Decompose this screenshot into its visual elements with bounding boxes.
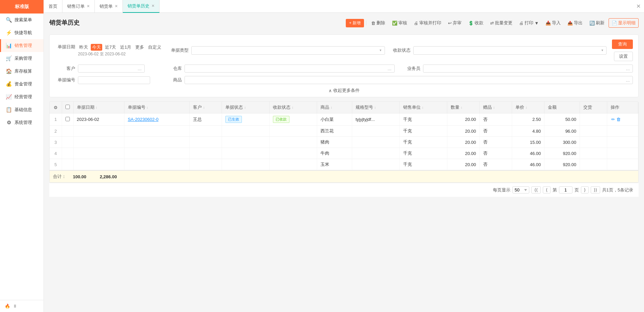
next-page-button[interactable]: ⟩ bbox=[581, 186, 589, 193]
cell-amount: 300.00 bbox=[544, 137, 580, 148]
tab-sales-history[interactable]: 销货单历史 ✕ bbox=[123, 0, 160, 13]
docno-label: 单据编号 bbox=[55, 77, 75, 83]
action-删除-button[interactable]: 🗑 bbox=[616, 117, 621, 122]
prev-page-button[interactable]: ⟨ bbox=[543, 186, 551, 193]
col-spec[interactable]: 规格型号 ↕ bbox=[352, 102, 399, 113]
col-unit[interactable]: 销售单位 ↕ bbox=[399, 102, 447, 113]
batch-change-button[interactable]: ⇄ 批量变更 bbox=[487, 19, 515, 27]
warehouse-input[interactable] bbox=[187, 66, 387, 71]
cell-spec bbox=[352, 126, 399, 137]
shortcut-yesterday[interactable]: 昨天 bbox=[78, 44, 89, 51]
sidebar-item-basics[interactable]: 📋 基础信息 bbox=[0, 103, 44, 116]
page-size-select[interactable]: 50 100 200 bbox=[512, 186, 529, 193]
cell-trade bbox=[580, 126, 607, 137]
col-gift[interactable]: 赠品 ↕ bbox=[480, 102, 512, 113]
tab-sales-order[interactable]: 销售订单 ✕ bbox=[62, 0, 95, 13]
collapse-button[interactable]: ∧ 收起更多条件 bbox=[55, 87, 633, 94]
shortcut-today[interactable]: 今天 bbox=[91, 44, 102, 51]
col-unit-price[interactable]: 单价 ↕ bbox=[512, 102, 544, 113]
cell-amount: 920.00 bbox=[544, 148, 580, 159]
query-button[interactable]: 查询 bbox=[612, 40, 633, 49]
sidebar-item-finance[interactable]: 💰 资金管理 bbox=[0, 78, 44, 90]
col-collect-status[interactable]: 收款状态 ↕ bbox=[270, 102, 317, 113]
row-checkbox[interactable] bbox=[65, 117, 70, 121]
purchase-icon: 🛒 bbox=[6, 55, 12, 61]
first-page-button[interactable]: ⟨⟨ bbox=[531, 186, 541, 193]
sidebar-item-purchase[interactable]: 🛒 采购管理 bbox=[0, 52, 44, 65]
cell-seq: 2 bbox=[50, 126, 62, 137]
select-all-checkbox[interactable] bbox=[65, 105, 70, 109]
page-label: 第 bbox=[553, 187, 557, 193]
action-编辑-button[interactable]: ✏ bbox=[611, 117, 616, 122]
col-quantity[interactable]: 数量 ↕ bbox=[447, 102, 479, 113]
detail-icon: 📄 bbox=[612, 21, 617, 26]
sidebar-item-system[interactable]: ⚙ 系统管理 bbox=[0, 116, 44, 129]
cell-actions bbox=[607, 137, 638, 148]
shortcut-more[interactable]: 更多 bbox=[134, 44, 145, 51]
cell-quantity: 20.00 bbox=[447, 148, 479, 159]
abandon-button[interactable]: ↩ 弃审 bbox=[445, 19, 464, 27]
tab-home-label: 首页 bbox=[49, 3, 57, 9]
docno-input[interactable] bbox=[80, 78, 148, 83]
audit-print-button[interactable]: 🖨 审核并打印 bbox=[411, 19, 444, 27]
batch-change-icon: ⇄ bbox=[490, 21, 494, 26]
col-doc-no[interactable]: 单据编号 ↕ bbox=[124, 102, 190, 113]
last-page-button[interactable]: ⟩⟩ bbox=[591, 186, 600, 193]
col-goods[interactable]: 商品 ↕ bbox=[317, 102, 352, 113]
customer-ellipsis-button[interactable]: ... bbox=[137, 66, 142, 71]
cell-actions bbox=[607, 159, 638, 170]
tab-sales-goods[interactable]: 销货单 ✕ bbox=[95, 0, 123, 13]
sidebar-item-operations[interactable]: 📈 经营管理 bbox=[0, 90, 44, 103]
current-page-input[interactable] bbox=[559, 186, 572, 193]
cell-doc-status bbox=[222, 126, 270, 137]
goods-input[interactable] bbox=[187, 78, 625, 83]
print-button[interactable]: 🖨 打印 ▼ bbox=[516, 19, 541, 27]
collect-button[interactable]: 💲 收款 bbox=[466, 19, 486, 27]
show-detail-button[interactable]: 📄 显示明细 bbox=[609, 18, 639, 28]
cell-customer bbox=[190, 159, 222, 170]
customer-input[interactable] bbox=[80, 66, 137, 71]
col-doc-status[interactable]: 单据状态 ↕ bbox=[222, 102, 270, 113]
salesperson-ellipsis-button[interactable]: ... bbox=[625, 66, 631, 71]
warehouse-ellipsis-button[interactable]: ... bbox=[387, 66, 392, 71]
audit-print-icon: 🖨 bbox=[414, 21, 418, 26]
shortcut-7days[interactable]: 近7天 bbox=[104, 44, 117, 51]
sidebar-item-quick[interactable]: ⚡ 快捷导航 bbox=[0, 26, 44, 39]
col-doc-date[interactable]: 单据日期 ↕ bbox=[73, 102, 124, 113]
sidebar-item-sales[interactable]: 📊 销售管理 bbox=[0, 39, 44, 52]
shortcut-custom[interactable]: 自定义 bbox=[147, 44, 163, 51]
sidebar-item-search[interactable]: 🔍 搜索菜单 bbox=[0, 14, 44, 26]
col-customer[interactable]: 客户 ↕ bbox=[190, 102, 222, 113]
import-button[interactable]: 📥 导入 bbox=[543, 19, 563, 27]
close-all-button[interactable]: ✕ bbox=[636, 3, 644, 9]
content-wrapper: 销货单历史 + 新增 🗑 删除 ✅ 审核 🖨 审核并打印 ↩ bbox=[44, 13, 644, 312]
refresh-button[interactable]: 🔄 刷新 bbox=[587, 19, 607, 27]
close-tab-sales-goods-icon[interactable]: ✕ bbox=[115, 4, 118, 8]
tab-home[interactable]: 首页 bbox=[44, 0, 62, 13]
sales-icon: 📊 bbox=[6, 43, 12, 49]
delete-button[interactable]: 🗑 删除 bbox=[368, 19, 388, 27]
export-button[interactable]: 📤 导出 bbox=[565, 19, 585, 27]
table-row: 1 2023-06-02 SA-20230602-0 王总 已生效 已收款 小白… bbox=[50, 113, 638, 126]
cell-spec bbox=[352, 148, 399, 159]
col-settings[interactable]: ⚙ bbox=[50, 102, 62, 113]
salesperson-input[interactable] bbox=[425, 66, 625, 71]
col-actions: 操作 bbox=[607, 102, 638, 113]
close-tab-sales-history-icon[interactable]: ✕ bbox=[151, 4, 155, 8]
import-icon: 📥 bbox=[545, 21, 551, 26]
sidebar-item-inventory[interactable]: 🏠 库存核算 bbox=[0, 65, 44, 78]
shortcut-1month[interactable]: 近1月 bbox=[119, 44, 133, 51]
cell-goods: 猪肉 bbox=[317, 137, 352, 148]
new-button[interactable]: + 新增 bbox=[346, 19, 364, 27]
doc-no-link[interactable]: SA-20230602-0 bbox=[128, 117, 159, 122]
close-tab-sales-order-icon[interactable]: ✕ bbox=[87, 4, 90, 8]
refresh-icon: 🔄 bbox=[589, 21, 595, 26]
goods-ellipsis-button[interactable]: ... bbox=[625, 77, 631, 83]
sort-doc-date-icon: ↕ bbox=[95, 106, 97, 109]
audit-button[interactable]: ✅ 审核 bbox=[389, 19, 410, 27]
filter-settings-button[interactable]: 设置 bbox=[614, 52, 633, 61]
collect-status-select[interactable] bbox=[413, 46, 607, 55]
fire-icon[interactable]: 🔥 bbox=[5, 304, 10, 309]
doc-type-select[interactable] bbox=[191, 46, 385, 55]
pause-icon[interactable]: ⏸ bbox=[13, 304, 17, 309]
